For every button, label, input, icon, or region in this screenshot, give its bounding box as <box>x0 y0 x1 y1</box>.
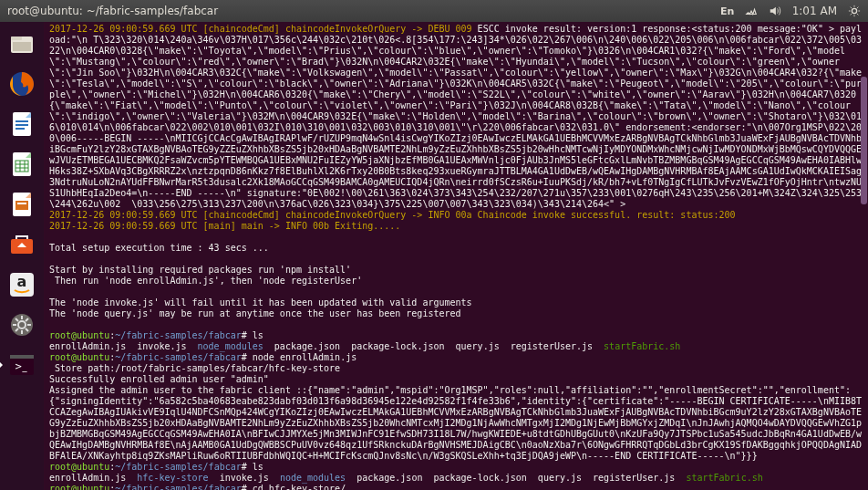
log-line: 2017-12-26 09:00:59.669 UTC [main] main … <box>49 221 864 232</box>
svg-text:>_: >_ <box>15 361 27 372</box>
ls-output: enrollAdmin.js hfc-key-store invoke.js n… <box>49 473 864 484</box>
log-line: Total setup execution time : 43 secs ... <box>49 243 864 254</box>
launcher-terminal[interactable]: >_ <box>4 347 40 383</box>
svg-rect-3 <box>13 42 31 51</box>
svg-point-0 <box>852 8 856 13</box>
log-line: The 'node query.js' may be run at anytim… <box>49 308 864 319</box>
launcher-settings[interactable] <box>4 307 40 343</box>
log-line: Start by installing required packages ru… <box>49 265 864 276</box>
status-indicators: En 1:01 AM <box>721 5 861 17</box>
launcher-amazon[interactable]: a <box>4 266 40 303</box>
log-line: Store path:/root/fabric-samples/fabcar/h… <box>49 363 864 374</box>
log-line: ESCC invoke result: version:1 response:<… <box>49 24 862 209</box>
launcher: a >_ <box>0 22 44 490</box>
prompt-line: root@ubuntu:~/fabric-samples/fabcar# ls <box>49 330 864 341</box>
svg-rect-12 <box>16 201 28 210</box>
log-line: Successfully enrolled admin user "admin" <box>49 374 864 385</box>
ls-output: enrollAdmin.js invoke.js node_modules pa… <box>49 341 864 352</box>
log-line: 2017-12-26 09:00:59.669 UTC [chaincodeCm… <box>49 210 864 221</box>
svg-rect-6 <box>16 120 28 122</box>
prompt-line: root@ubuntu:~/fabric-samples/fabcar# ls <box>49 462 864 473</box>
svg-rect-13 <box>17 203 26 204</box>
clock[interactable]: 1:01 AM <box>792 5 837 17</box>
launcher-libreoffice-impress[interactable] <box>4 186 40 223</box>
svg-rect-7 <box>16 124 28 126</box>
scrollbar[interactable] <box>861 77 867 204</box>
launcher-libreoffice-writer[interactable] <box>4 106 40 142</box>
launcher-firefox[interactable] <box>4 66 40 102</box>
log-line: Assigned the admin user to the fabric cl… <box>49 385 864 462</box>
svg-rect-8 <box>16 128 25 130</box>
log-line: The 'node invoke.js' will fail until it … <box>49 297 864 308</box>
language-icon[interactable]: En <box>721 5 734 17</box>
gear-icon[interactable] <box>848 5 861 17</box>
log-line: Then run 'node enrollAdmin.js', then 'no… <box>49 276 864 287</box>
network-icon[interactable] <box>745 5 758 17</box>
svg-rect-20 <box>10 355 34 359</box>
svg-text:a: a <box>17 273 27 290</box>
log-line: 2017-12-26 09:00:59.669 UTC [chaincodeCm… <box>49 24 472 34</box>
prompt-line: root@ubuntu:~/fabric-samples/fabcar# nod… <box>49 352 864 363</box>
terminal[interactable]: 2017-12-26 09:00:59.669 UTC [chaincodeCm… <box>44 22 868 490</box>
prompt-line: root@ubuntu:~/fabric-samples/fabcar# cd … <box>49 484 864 490</box>
launcher-ubuntu-software[interactable] <box>4 226 40 263</box>
launcher-libreoffice-calc[interactable] <box>4 146 40 182</box>
launcher-files[interactable] <box>4 26 40 62</box>
volume-icon[interactable] <box>769 5 781 17</box>
window-title: root@ubuntu: ~/fabric-samples/fabcar <box>7 5 218 17</box>
svg-rect-2 <box>11 36 22 40</box>
menubar: root@ubuntu: ~/fabric-samples/fabcar En … <box>0 0 868 22</box>
